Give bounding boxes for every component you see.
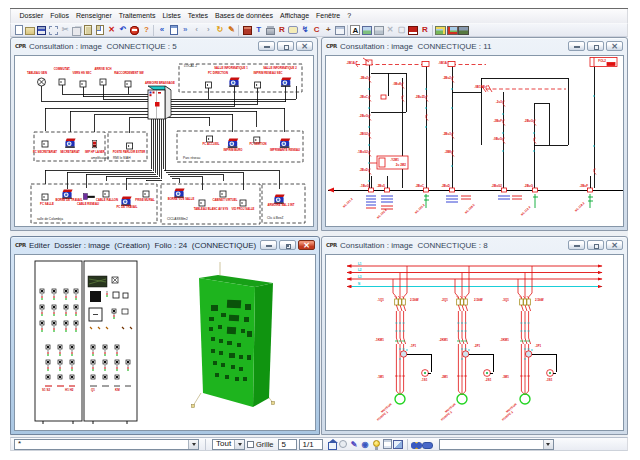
window-editer-folio-24[interactable]: CPR Editer Dossier : image (Création) Fo… <box>10 236 320 435</box>
diagram-label: FOL2 <box>598 59 606 63</box>
close-button[interactable]: ✕ <box>606 41 623 51</box>
relay-icon[interactable]: R <box>276 24 287 36</box>
prev-folio-icon[interactable]: ‹ <box>191 24 202 36</box>
page-field[interactable]: 1/1 <box>299 439 323 450</box>
picture-sun-icon[interactable] <box>435 24 446 36</box>
paste-icon[interactable] <box>83 24 94 36</box>
circle-tool-icon[interactable] <box>338 438 349 450</box>
menu-item-folios[interactable]: Folios <box>47 9 73 23</box>
titlebar-consultation-5[interactable]: CPR Consultation : image CONNECTIQUE : 5… <box>11 38 317 55</box>
select-rect-icon[interactable] <box>48 24 59 36</box>
window-consultation-11[interactable]: CPR Consultation : image CONNECTIQUE : 1… <box>321 37 628 231</box>
diagram-label: SECRETARIAT <box>60 150 80 154</box>
zoom-out-icon[interactable]: ✕ <box>385 24 396 36</box>
diagram-label: 2.5kW <box>410 298 419 302</box>
glasses-yellow-icon[interactable] <box>411 438 422 450</box>
insert-text-icon[interactable]: T <box>253 24 264 36</box>
filter-combobox[interactable]: * <box>14 439 199 450</box>
canvas-connectique-5[interactable]: TABLEAU GEN COMMUTAT. VERS HS SEC ARRIVE… <box>14 55 314 227</box>
pencil-tool-icon[interactable]: ✎ <box>349 438 360 450</box>
new-document-icon[interactable] <box>13 24 24 36</box>
picture-check-icon[interactable] <box>447 24 458 36</box>
reference-icon[interactable]: R <box>419 24 430 36</box>
open-folder-icon[interactable] <box>25 24 36 36</box>
restore-button[interactable] <box>277 41 294 51</box>
close-button[interactable]: ✕ <box>606 240 623 250</box>
scope-combobox[interactable]: Tout <box>212 439 245 450</box>
canvas-folio-24[interactable]: S1 S2 H1 H2 Q1 KM <box>14 254 316 431</box>
undo-icon[interactable]: ↶ <box>118 24 129 36</box>
menu-item-?[interactable]: ? <box>344 9 355 23</box>
letter-a-icon[interactable]: A <box>350 24 361 36</box>
abort-icon[interactable] <box>129 24 140 36</box>
titlebar-editer[interactable]: CPR Editer Dossier : image (Création) Fo… <box>11 237 319 254</box>
filter-dropdown-icon[interactable] <box>188 440 198 449</box>
edit-pencil-icon[interactable]: ✎ <box>226 24 237 36</box>
menu-item-dossier[interactable]: Dossier <box>16 9 47 23</box>
canvas-connectique-11[interactable]: -2Bu2 -2BuC -2BuG -2BG2 -1BuG2 -2BuD -0B… <box>325 55 624 227</box>
delete-icon[interactable]: ✕ <box>106 24 117 36</box>
diagram-label: Q1 <box>91 388 95 392</box>
last-folio-icon[interactable]: » <box>180 24 191 36</box>
restore-button[interactable] <box>279 240 296 250</box>
minimize-button[interactable] <box>568 41 585 51</box>
glasses-blue-icon[interactable] <box>422 438 433 450</box>
refresh-icon[interactable]: ↻ <box>214 24 225 36</box>
diagram-label: IMP HP LASER <box>85 150 105 154</box>
goto-folio-icon[interactable] <box>168 24 179 36</box>
menu-item-listes[interactable]: Listes <box>159 9 184 23</box>
diagram-label: XC.105.2 <box>414 203 426 215</box>
copy-icon[interactable] <box>71 24 82 36</box>
zoom-field[interactable]: 5 <box>278 439 297 450</box>
image-gray-icon[interactable] <box>373 24 384 36</box>
list-view-icon[interactable] <box>382 438 393 450</box>
close-button[interactable]: ✕ <box>298 240 315 250</box>
window-consultation-5[interactable]: CPR Consultation : image CONNECTIQUE : 5… <box>10 37 318 231</box>
next-folio-icon[interactable]: › <box>203 24 214 36</box>
lightbulb-icon[interactable] <box>371 438 382 450</box>
menu-item-textes[interactable]: Textes <box>184 9 211 23</box>
diagram-label: salle de Colombija <box>37 217 63 221</box>
restore-button[interactable] <box>587 240 604 250</box>
selector-combobox[interactable] <box>439 439 554 450</box>
paste-special-icon[interactable] <box>94 24 105 36</box>
save-icon[interactable] <box>36 24 47 36</box>
first-folio-icon[interactable]: « <box>156 24 167 36</box>
grid-table-icon[interactable] <box>334 24 345 36</box>
titlebar-consultation-11[interactable]: CPR Consultation : image CONNECTIQUE : 1… <box>322 38 627 55</box>
link-icon[interactable]: ↯ <box>300 24 311 36</box>
picture-dark-icon[interactable] <box>458 24 469 36</box>
menu-bar: DossierFoliosRenseignerTraitementsListes… <box>10 9 628 23</box>
minimize-button[interactable] <box>258 41 275 51</box>
stamp-icon[interactable] <box>265 24 276 36</box>
catalog-icon[interactable] <box>408 24 419 36</box>
minimize-button[interactable] <box>568 240 585 250</box>
scope-dropdown-icon[interactable] <box>234 440 244 449</box>
close-button[interactable]: ✕ <box>296 41 313 51</box>
comment-icon[interactable] <box>288 24 299 36</box>
cut-icon[interactable]: ✂ <box>60 24 71 36</box>
cable-icon[interactable]: C <box>311 24 322 36</box>
locate-icon[interactable]: ◉ <box>360 438 371 450</box>
home-icon[interactable] <box>327 438 338 450</box>
image-blue-icon[interactable] <box>362 24 373 36</box>
menu-item-affichage[interactable]: Affichage <box>276 9 312 23</box>
minimize-button[interactable] <box>260 240 277 250</box>
menu-item-traitements[interactable]: Traitements <box>115 9 159 23</box>
window-consultation-8[interactable]: CPR Consultation : image CONNECTIQUE : 8… <box>321 236 628 435</box>
menu-item-bases-de-donn-es[interactable]: Bases de données <box>211 9 276 23</box>
diagram-label: -2Bu2 <box>360 76 369 80</box>
diagram-label: PC DIRECTION <box>208 71 228 75</box>
junction-icon[interactable]: + <box>323 24 334 36</box>
titlebar-consultation-8[interactable]: CPR Consultation : image CONNECTIQUE : 8… <box>322 237 627 254</box>
menu-item-fen-tre[interactable]: Fenêtre <box>313 9 344 23</box>
menu-item-renseigner[interactable]: Renseigner <box>72 9 115 23</box>
canvas-connectique-8[interactable]: L1 L2 L3 N <box>325 254 624 431</box>
selector-dropdown-icon[interactable] <box>543 440 553 449</box>
restore-button[interactable] <box>587 41 604 51</box>
erase-text-icon[interactable] <box>242 24 253 36</box>
image-view-icon[interactable] <box>393 438 404 450</box>
zoom-window-icon[interactable]: ▢ <box>396 24 407 36</box>
grid-checkbox[interactable] <box>247 441 254 448</box>
help-icon[interactable]: ? <box>141 24 152 36</box>
